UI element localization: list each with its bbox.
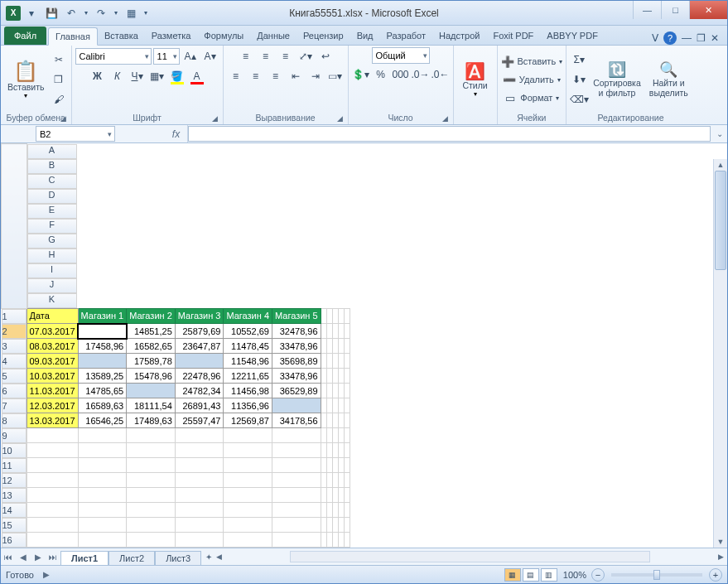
- column-header-K[interactable]: K: [27, 293, 77, 308]
- align-center-icon[interactable]: ≡: [247, 67, 265, 85]
- close-button[interactable]: ✕: [689, 1, 727, 19]
- cell-F9[interactable]: [272, 428, 321, 443]
- row-header-3[interactable]: 3: [2, 339, 27, 354]
- cell-C8[interactable]: 17489,63: [127, 413, 176, 428]
- cell-D12[interactable]: [175, 473, 224, 488]
- cell-F13[interactable]: [272, 488, 321, 503]
- tab-foxit[interactable]: Foxit PDF: [486, 27, 540, 45]
- cell-A3[interactable]: 08.03.2017: [27, 339, 78, 354]
- delete-cells-button[interactable]: ➖Удалить▾: [503, 71, 561, 88]
- sheet-tab-1[interactable]: Лист1: [60, 551, 108, 565]
- cell-D17[interactable]: [175, 548, 224, 548]
- cell-B11[interactable]: [78, 458, 127, 473]
- fill-color-button[interactable]: 🪣: [168, 67, 186, 85]
- row-header-7[interactable]: 7: [2, 398, 27, 413]
- row-header-8[interactable]: 8: [2, 413, 27, 428]
- decrease-indent-icon[interactable]: ⇤: [287, 67, 305, 85]
- sheet-tab-3[interactable]: Лист3: [155, 551, 201, 565]
- cell-C7[interactable]: 18111,54: [127, 398, 176, 413]
- cell-K9[interactable]: [344, 428, 350, 443]
- cell-F7[interactable]: [272, 398, 321, 413]
- cell-F3[interactable]: 33478,96: [272, 339, 321, 354]
- find-select-button[interactable]: 🔍 Найти и выделить: [646, 59, 692, 99]
- workbook-close-icon[interactable]: ✕: [711, 32, 719, 44]
- cell-F11[interactable]: [272, 458, 321, 473]
- cell-H6[interactable]: [326, 384, 332, 398]
- cell-J11[interactable]: [338, 458, 344, 473]
- cell-B2[interactable]: [78, 324, 127, 339]
- cell-A11[interactable]: [27, 458, 78, 473]
- cell-B1[interactable]: Магазин 1: [78, 308, 127, 324]
- cell-A9[interactable]: [27, 428, 78, 443]
- column-header-F[interactable]: F: [27, 219, 77, 234]
- scroll-down-icon[interactable]: ▼: [714, 536, 727, 548]
- cell-E11[interactable]: [224, 458, 272, 473]
- scroll-right-icon[interactable]: ▶: [718, 553, 724, 561]
- cell-F5[interactable]: 33478,96: [272, 369, 321, 384]
- column-header-D[interactable]: D: [27, 189, 77, 204]
- format-painter-icon[interactable]: 🖌: [50, 90, 68, 109]
- cell-E10[interactable]: [224, 443, 272, 458]
- cell-C9[interactable]: [127, 428, 176, 443]
- underline-button[interactable]: Ч▾: [128, 67, 147, 85]
- align-bottom-icon[interactable]: ≡: [277, 47, 295, 65]
- cell-E3[interactable]: 11478,45: [224, 339, 272, 354]
- cell-C13[interactable]: [127, 488, 176, 503]
- cell-A13[interactable]: [27, 488, 78, 503]
- cell-B4[interactable]: [78, 354, 127, 369]
- cell-C15[interactable]: [127, 518, 176, 533]
- cell-G12[interactable]: [321, 473, 326, 488]
- cell-H4[interactable]: [326, 354, 332, 369]
- cell-A15[interactable]: [27, 518, 78, 533]
- cell-A12[interactable]: [27, 473, 78, 488]
- row-header-14[interactable]: 14: [2, 503, 27, 518]
- tab-view[interactable]: Вид: [350, 27, 380, 45]
- cell-D3[interactable]: 23647,87: [175, 339, 224, 354]
- save-icon[interactable]: 💾: [42, 4, 60, 22]
- minimize-button[interactable]: —: [633, 1, 661, 19]
- cell-H7[interactable]: [326, 398, 332, 413]
- cell-I14[interactable]: [332, 503, 338, 518]
- cell-E14[interactable]: [224, 503, 272, 518]
- cell-D11[interactable]: [175, 458, 224, 473]
- cell-B14[interactable]: [78, 503, 127, 518]
- view-page-layout-button[interactable]: ▤: [523, 568, 539, 582]
- cell-C2[interactable]: 14851,25: [127, 324, 176, 339]
- cell-G2[interactable]: [321, 324, 326, 339]
- bold-button[interactable]: Ж: [89, 67, 107, 85]
- wrap-text-icon[interactable]: ↩: [316, 47, 335, 65]
- align-top-icon[interactable]: ≡: [237, 47, 255, 65]
- insert-function-button[interactable]: fx: [165, 125, 188, 142]
- zoom-in-button[interactable]: +: [709, 568, 722, 582]
- cell-D6[interactable]: 24782,34: [175, 384, 224, 398]
- qat-dropdown-icon[interactable]: ▾: [22, 4, 41, 22]
- cell-B6[interactable]: 14785,65: [78, 384, 127, 398]
- sheet-nav-first[interactable]: ⏮: [1, 549, 16, 564]
- cell-F16[interactable]: [272, 533, 321, 548]
- column-header-C[interactable]: C: [27, 174, 77, 189]
- cell-H5[interactable]: [326, 369, 332, 384]
- cell-D16[interactable]: [175, 533, 224, 548]
- cell-I15[interactable]: [332, 518, 338, 533]
- cell-F6[interactable]: 36529,89: [272, 384, 321, 398]
- cell-F17[interactable]: [272, 548, 321, 548]
- cell-H17[interactable]: [326, 548, 332, 548]
- cell-K10[interactable]: [344, 443, 350, 458]
- cell-C17[interactable]: [127, 548, 176, 548]
- column-header-G[interactable]: G: [27, 234, 77, 249]
- help-icon[interactable]: ?: [663, 31, 677, 45]
- row-header-15[interactable]: 15: [2, 518, 27, 533]
- percent-format-icon[interactable]: %: [372, 65, 390, 84]
- cell-E17[interactable]: [224, 548, 272, 548]
- cell-D2[interactable]: 25879,69: [175, 324, 224, 339]
- cell-H14[interactable]: [326, 503, 332, 518]
- cell-A17[interactable]: [27, 548, 78, 548]
- cell-D14[interactable]: [175, 503, 224, 518]
- cell-J8[interactable]: [338, 413, 344, 428]
- row-header-4[interactable]: 4: [2, 354, 27, 369]
- cell-H13[interactable]: [326, 488, 332, 503]
- font-color-button[interactable]: A: [188, 67, 206, 85]
- italic-button[interactable]: К: [108, 67, 127, 85]
- border-button[interactable]: ▦▾: [148, 67, 166, 85]
- cell-A10[interactable]: [27, 443, 78, 458]
